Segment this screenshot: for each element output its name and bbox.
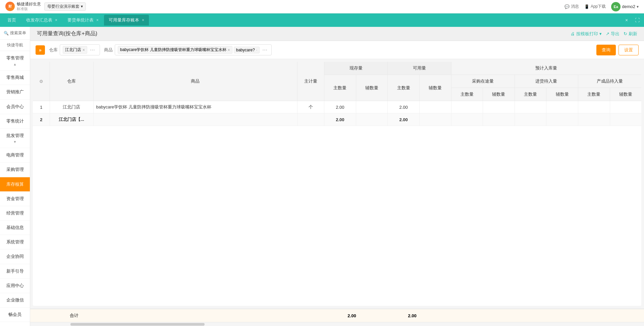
- app-icon: 📱: [584, 4, 589, 9]
- sidebar-item-ecommerce-mgmt[interactable]: 电商管理: [0, 148, 30, 162]
- sidebar-wholesale-mgmt-label: 批发管理: [6, 133, 24, 139]
- tab-requisition-stats-close[interactable]: ×: [96, 18, 99, 22]
- logo-text-area: 畅捷通好生意 标准版: [17, 2, 41, 11]
- logo-sub: 标准版: [17, 6, 41, 11]
- sidebar-ops-label: 经营管理: [6, 210, 24, 216]
- sidebar-search-button[interactable]: 🔍 搜索菜单: [0, 27, 30, 40]
- scrollbar-thumb[interactable]: [70, 323, 205, 326]
- th-purchase-in-transit-group: 采购在途量: [451, 75, 515, 88]
- th-inbound-aux-qty: 辅数量: [546, 88, 578, 101]
- cell-inbound-main-qty: [515, 113, 546, 126]
- tab-receive-send-close[interactable]: ×: [55, 18, 57, 22]
- top-bar: 财 畅捷通好生意 标准版 母婴行业演示账套 ▾ 💬 消息 📱 App下载 Ea …: [0, 0, 644, 13]
- content-area: 可用量查询(按仓库+商品) 🖨 按模板打印 ▾ ↗ 导出 ↻ 刷新: [30, 27, 644, 326]
- th-current-aux-qty: 辅数量: [356, 75, 388, 101]
- message-button[interactable]: 💬 消息: [565, 4, 579, 9]
- app-download-label: App下载: [591, 4, 606, 9]
- sidebar-ecommerce-label: 电商管理: [6, 152, 24, 158]
- tab-requisition-stats[interactable]: 要货单统计表 ×: [63, 15, 103, 26]
- cell-inbound-aux-qty: [546, 113, 578, 126]
- user-area[interactable]: Ea demo2 ▾: [611, 2, 639, 11]
- tab-home[interactable]: 首页: [3, 15, 21, 26]
- tab-available-stock-label: 可用量库存账本: [109, 17, 139, 23]
- page-actions: 🖨 按模板打印 ▾ ↗ 导出 ↻ 刷新: [571, 31, 637, 37]
- sidebar-item-system-mgmt[interactable]: 系统管理: [0, 235, 30, 249]
- sidebar-item-purchase-mgmt[interactable]: 采购管理: [0, 162, 30, 177]
- sidebar-item-retail-mgmt[interactable]: 零售管理 ▲: [0, 51, 30, 71]
- fullscreen-button[interactable]: ⛶: [633, 16, 641, 24]
- sidebar-item-member[interactable]: 畅会员: [0, 308, 30, 322]
- sidebar-quick-nav[interactable]: 快捷导航: [0, 40, 30, 51]
- sidebar-item-enterprise-collab[interactable]: 企业协同: [0, 249, 30, 264]
- cell-inbound-aux-qty: [546, 101, 578, 113]
- cell-purchase-aux-qty: [483, 101, 515, 113]
- cell-inbound-main-qty: [515, 101, 546, 113]
- sidebar-item-finance-mgmt[interactable]: 资金管理: [0, 192, 30, 206]
- product-more-icon[interactable]: ···: [262, 46, 267, 53]
- filter-toggle-button[interactable]: »: [36, 45, 45, 55]
- tab-requisition-stats-label: 要货单统计表: [67, 17, 94, 23]
- industry-selector[interactable]: 母婴行业演示账套 ▾: [44, 2, 86, 11]
- sidebar-item-marketing[interactable]: 营销推广: [0, 85, 30, 99]
- print-label: 按模板打印: [576, 31, 598, 37]
- table-row[interactable]: 2 江北门店【... 2.00 2.00: [33, 113, 641, 126]
- sidebar-item-inventory-mgmt[interactable]: 库存核算: [0, 177, 30, 192]
- export-label: 导出: [611, 31, 620, 37]
- message-label: 消息: [571, 4, 579, 9]
- sidebar-item-retail-stats[interactable]: 零售统计: [0, 114, 30, 129]
- app-download-button[interactable]: 📱 App下载: [584, 4, 606, 9]
- th-planned-inbound-group: 预计入库量: [451, 62, 641, 75]
- logo-icon: 财: [5, 2, 15, 11]
- cell-prod-main-qty: [578, 113, 610, 126]
- product-filter-input[interactable]: babycare学饮杯 儿童防摔防撞吸管杯重力球吸嘴杯宝宝水杯 × babyca…: [115, 44, 272, 55]
- warehouse-filter-input[interactable]: 江北门店 × ···: [60, 44, 100, 55]
- user-name: demo2: [622, 4, 635, 9]
- sidebar-finance-label: 资金管理: [6, 196, 24, 202]
- th-prod-main-qty: 主数量: [578, 88, 610, 101]
- tab-available-stock-close[interactable]: ×: [142, 18, 144, 22]
- sidebar-item-retail-mall[interactable]: 零售商城: [0, 71, 30, 85]
- tab-available-stock[interactable]: 可用量库存账本 ×: [104, 15, 149, 26]
- cell-available-main-qty: 2.00: [388, 101, 420, 113]
- table-settings-icon[interactable]: ⚙: [39, 79, 43, 84]
- cell-row-num: 1: [33, 101, 50, 113]
- sidebar-enterprise-wechat-label: 企业微信: [6, 297, 24, 303]
- sidebar-item-enterprise-wechat[interactable]: 企业微信: [0, 293, 30, 308]
- query-button[interactable]: 查询: [596, 45, 616, 55]
- product-tag-2-remove[interactable]: ·: [256, 48, 257, 52]
- sidebar-item-member-center[interactable]: 会员中心: [0, 100, 30, 114]
- cell-prod-main-qty: [578, 101, 610, 113]
- table-row[interactable]: 1 江北门店 babycare学饮杯 儿童防摔防撞吸管杯重力球吸嘴杯宝宝水杯 个…: [33, 101, 641, 113]
- sidebar-item-wholesale-mgmt[interactable]: 批发管理 ▼: [0, 129, 30, 148]
- settings-button[interactable]: 设置: [619, 45, 639, 55]
- sidebar-item-ops-mgmt[interactable]: 经营管理: [0, 206, 30, 221]
- print-button[interactable]: 🖨 按模板打印 ▾: [571, 31, 602, 37]
- sidebar-retail-stats-label: 零售统计: [6, 118, 24, 124]
- table-footer: 合计 2.00 2.00: [30, 309, 644, 322]
- th-main-unit: 主计量: [298, 62, 324, 101]
- cell-prod-aux-qty: [610, 113, 641, 126]
- nav-tabs: 首页 收发存汇总表 × 要货单统计表 × 可用量库存账本 × × ⛶: [0, 13, 644, 27]
- refresh-button[interactable]: ↻ 刷新: [624, 31, 637, 37]
- sidebar-item-app-center[interactable]: 应用中心: [0, 279, 30, 293]
- warehouse-tag-remove[interactable]: ×: [83, 48, 85, 52]
- product-tag-1-remove[interactable]: ×: [228, 48, 230, 52]
- warehouse-filter-field: 仓库 江北门店 × ···: [49, 44, 100, 55]
- close-all-tabs-button[interactable]: ×: [623, 16, 631, 24]
- th-settings[interactable]: ⚙: [33, 62, 50, 101]
- sidebar-item-basic-info[interactable]: 基础信息: [0, 221, 30, 235]
- th-purchase-aux-qty: 辅数量: [483, 88, 515, 101]
- warehouse-more-icon[interactable]: ···: [90, 46, 95, 53]
- total-current-main-qty: 2.00: [337, 313, 367, 318]
- sidebar-item-new-guide[interactable]: 新手引导: [0, 264, 30, 279]
- export-button[interactable]: ↗ 导出: [606, 31, 620, 37]
- tab-home-label: 首页: [7, 17, 16, 23]
- tab-receive-send[interactable]: 收发存汇总表 ×: [21, 15, 62, 26]
- cell-current-aux-qty: [356, 101, 388, 113]
- cell-current-aux-qty: [356, 113, 388, 126]
- horizontal-scrollbar[interactable]: [30, 322, 644, 326]
- product-tag-2-value: babycare?: [236, 48, 255, 52]
- th-available-aux-qty: 辅数量: [419, 75, 451, 101]
- print-dropdown-icon: ▾: [599, 31, 602, 36]
- sidebar-basic-info-label: 基础信息: [6, 225, 24, 231]
